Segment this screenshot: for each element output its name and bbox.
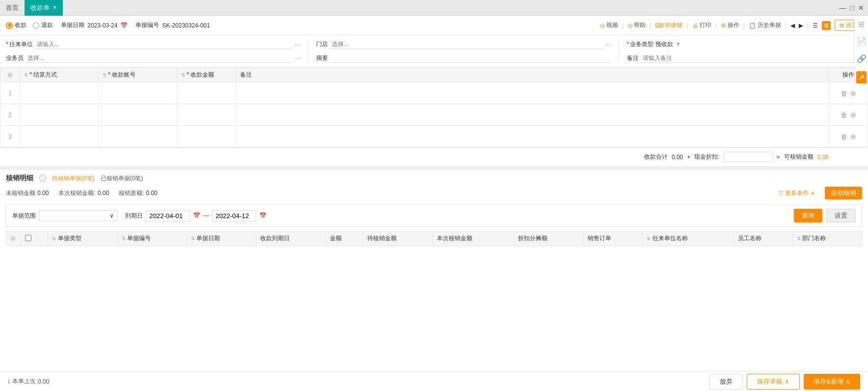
filter-settings-button[interactable]: 设置 bbox=[826, 209, 856, 223]
layout-icon[interactable]: ☰ bbox=[813, 22, 818, 29]
calendar-icon[interactable]: 📅 bbox=[120, 22, 128, 29]
settle-cell[interactable] bbox=[20, 83, 99, 104]
tab-close-icon[interactable]: ✕ bbox=[53, 4, 57, 11]
sidebar-link-icon[interactable]: 🔗 bbox=[857, 54, 867, 63]
date-from-input[interactable] bbox=[146, 210, 190, 222]
store-more-icon[interactable]: ··· bbox=[605, 40, 611, 48]
tab-receipt[interactable]: 收款单 ✕ bbox=[25, 0, 63, 16]
auto-verify-button[interactable]: 自动核销 bbox=[825, 187, 862, 199]
remark-cell[interactable] bbox=[236, 126, 829, 147]
range-field: 单据范围 ∨ bbox=[12, 210, 117, 221]
discount-input[interactable] bbox=[724, 152, 773, 162]
number-field: 单据编号 SK-20230324-001 bbox=[136, 21, 210, 29]
amount-cell[interactable] bbox=[177, 126, 236, 147]
operation-icon: ⚙ bbox=[721, 22, 726, 29]
done-tab[interactable]: 已核销单据(0笔) bbox=[101, 174, 143, 183]
col-settle-header: ⇅ * 结算方式 bbox=[20, 68, 99, 83]
summary-input[interactable] bbox=[330, 54, 610, 63]
account-cell[interactable] bbox=[99, 83, 177, 104]
counterpart-more-icon[interactable]: ··· bbox=[295, 40, 300, 48]
counterpart-input[interactable] bbox=[35, 40, 293, 49]
range-select[interactable]: ∨ bbox=[39, 210, 117, 221]
info-icon[interactable]: i bbox=[39, 175, 46, 182]
operation-action[interactable]: ⚙ 操作 bbox=[721, 21, 739, 29]
col-doc-date: ⇅ 单据日期 bbox=[187, 231, 256, 246]
dropdown-icon: ∨ bbox=[109, 212, 114, 219]
query-button[interactable]: 查询 bbox=[794, 209, 822, 223]
save-button[interactable]: 保存&新增 ∧ bbox=[804, 374, 860, 390]
receipt-radio[interactable]: 收款 bbox=[6, 21, 27, 29]
tab-bar: 首页 收款单 ✕ — □ ✕ bbox=[0, 0, 868, 16]
amount-cell[interactable] bbox=[177, 83, 236, 104]
shortcut-action[interactable]: ⌨ 快捷键 bbox=[655, 21, 682, 29]
remark-cell[interactable] bbox=[236, 104, 829, 126]
refund-radio[interactable]: 退款 bbox=[32, 21, 53, 29]
remark-input[interactable] bbox=[641, 54, 862, 63]
minimize-icon[interactable]: — bbox=[840, 4, 846, 12]
store-input[interactable] bbox=[330, 40, 603, 49]
section-divider bbox=[0, 166, 868, 170]
form-row-1: * 往来单位 ··· 门店 ··· * 业务类型 预收款 ▼ bbox=[6, 39, 862, 49]
calendar-to-icon[interactable]: 📅 bbox=[259, 212, 267, 219]
filter-buttons: 查询 设置 bbox=[794, 209, 856, 223]
salesperson-more-icon[interactable]: ··· bbox=[295, 54, 300, 62]
verification-section: 核销明细 i 待核销单据(0笔) 已核销单据(0笔) 未核销金额 0.00 本次… bbox=[0, 170, 868, 250]
settle-cell[interactable] bbox=[20, 126, 99, 147]
filter-row: 单据范围 ∨ 到期日 📅 — 📅 查询 设置 bbox=[6, 204, 862, 227]
draft-button[interactable]: 保存草稿 ∧ bbox=[747, 374, 800, 390]
history-action[interactable]: 📋 历史单据 bbox=[749, 21, 781, 29]
col-checkbox-select bbox=[21, 231, 48, 246]
delete-icon[interactable]: 🗑 bbox=[841, 133, 847, 140]
nav-next-icon[interactable]: ▶ bbox=[799, 22, 803, 29]
more-conditions-button[interactable]: ▽ 更多条件 ∧ bbox=[779, 189, 815, 197]
col-amount-header: ⇅ * 收款金额 bbox=[177, 68, 236, 83]
copy-icon[interactable]: ⊕ bbox=[850, 89, 856, 97]
toolbar-actions: ◎ 视频 | ◎ 帮助 | ⌨ 快捷键 | 🖨 打印 | ⚙ 操作 bbox=[600, 20, 862, 31]
nav-prev-icon[interactable]: ◀ bbox=[790, 22, 795, 29]
bottom-bar: ℹ 本单上次 0.00 放弃 保存草稿 ∧ 保存&新增 ∧ bbox=[0, 371, 868, 391]
settle-cell[interactable] bbox=[20, 104, 99, 126]
close-icon[interactable]: ✕ bbox=[858, 4, 864, 12]
calendar-from-icon[interactable]: 📅 bbox=[193, 212, 200, 219]
verification-title: 核销明细 bbox=[6, 174, 33, 183]
sidebar-doc-icon[interactable]: 📄 bbox=[857, 37, 867, 46]
filter-icon: ▽ bbox=[779, 190, 783, 196]
form-row-2: 业务员 ··· 摘要 备注 bbox=[6, 53, 862, 63]
copy-icon[interactable]: ⊕ bbox=[850, 133, 856, 140]
help-action[interactable]: ◎ 帮助 bbox=[627, 21, 646, 29]
delete-icon[interactable]: 🗑 bbox=[841, 89, 847, 97]
account-cell[interactable] bbox=[99, 126, 177, 147]
col-settings: ⚙ bbox=[0, 68, 20, 83]
bottom-table-gear[interactable]: ⚙ bbox=[10, 235, 16, 242]
shortcut-icon: ⌨ bbox=[655, 22, 663, 29]
available-value: 0.00 bbox=[817, 154, 829, 161]
account-cell[interactable] bbox=[99, 104, 177, 126]
copy-icon[interactable]: ⊕ bbox=[850, 111, 856, 119]
abandon-button[interactable]: 放弃 bbox=[709, 374, 743, 390]
grid-icon[interactable]: ⊞ bbox=[822, 21, 831, 30]
bottom-prev: ℹ 本单上次 0.00 bbox=[8, 377, 49, 386]
pending-tab[interactable]: 待核销单据(0笔) bbox=[52, 174, 95, 183]
date-to-input[interactable] bbox=[212, 210, 256, 222]
maximize-icon[interactable]: □ bbox=[850, 4, 854, 12]
tab-home[interactable]: 首页 bbox=[0, 0, 25, 16]
sidebar-table-icon[interactable]: ⊞ bbox=[858, 20, 865, 29]
salesperson-input[interactable] bbox=[26, 54, 293, 63]
table-gear-icon[interactable]: ⚙ bbox=[7, 72, 13, 79]
print-icon: 🖨 bbox=[692, 22, 698, 29]
video-action[interactable]: ◎ 视频 bbox=[600, 21, 618, 29]
select-all-checkbox[interactable] bbox=[25, 235, 31, 241]
number-value: SK-20230324-001 bbox=[162, 22, 210, 29]
sidebar-expand-icon[interactable]: ↗ bbox=[856, 71, 867, 84]
gear-icon: ⚙ bbox=[839, 22, 844, 29]
draft-arrow-icon: ∧ bbox=[785, 378, 789, 385]
delete-icon[interactable]: 🗑 bbox=[841, 111, 847, 119]
amount-cell[interactable] bbox=[177, 104, 236, 126]
col-dept: ⇅ 部门名称 bbox=[792, 231, 862, 246]
right-sidebar: ⊞ 📄 🔗 ↗ bbox=[854, 16, 868, 87]
print-action[interactable]: 🖨 打印 bbox=[692, 21, 711, 29]
diff-stat: 核销差额: 0.00 bbox=[119, 189, 158, 197]
remark-cell[interactable] bbox=[236, 83, 829, 104]
date-field: 单据日期 2023-03-24 📅 bbox=[61, 21, 128, 29]
business-type-select[interactable]: 预收款 ▼ bbox=[655, 40, 681, 49]
